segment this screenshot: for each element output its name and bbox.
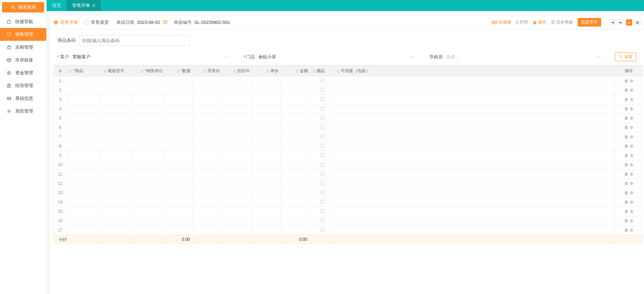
add-row-icon[interactable]: ⊕	[630, 172, 633, 177]
cell-retail-price[interactable]	[193, 76, 222, 86]
cell-retail-price[interactable]	[193, 123, 222, 132]
col-amount[interactable]: ▲▼金额	[281, 66, 310, 76]
shortcut-link[interactable]: ⌨ 快捷键	[491, 19, 511, 25]
delete-row-icon[interactable]: 🗑	[624, 88, 628, 93]
list-view-button[interactable]: ≡	[626, 19, 632, 26]
cell-gift[interactable]	[310, 104, 335, 114]
checkbox-icon[interactable]	[320, 200, 325, 204]
cell-spec[interactable]	[102, 104, 131, 114]
cell-price[interactable]	[252, 86, 281, 95]
customer-filter[interactable]: *客户 零散客户 ⋯	[58, 54, 230, 60]
add-row-icon[interactable]: ⊕	[630, 134, 633, 139]
add-row-icon[interactable]: ⊕	[630, 78, 633, 83]
cell-product[interactable]	[67, 198, 102, 207]
ellipsis-icon[interactable]: ⋯	[224, 54, 230, 60]
cell-qty[interactable]	[165, 86, 193, 95]
cell-discount[interactable]	[222, 198, 252, 207]
checkbox-icon[interactable]	[320, 162, 325, 167]
cell-gift[interactable]	[310, 142, 335, 151]
cell-price[interactable]	[252, 151, 281, 160]
delete-row-icon[interactable]: 🗑	[624, 116, 628, 121]
cell-spec[interactable]	[102, 216, 131, 226]
cell-amount[interactable]	[281, 132, 310, 142]
cell-amount[interactable]	[281, 95, 310, 104]
cell-gift[interactable]	[310, 207, 335, 216]
print-link[interactable]: ⎙ 打印	[516, 19, 528, 25]
cell-price[interactable]	[252, 188, 281, 198]
cell-amount[interactable]	[281, 188, 310, 198]
cell-unit[interactable]	[131, 104, 165, 114]
cell-unit[interactable]	[131, 226, 165, 235]
add-row-icon[interactable]: ⊕	[630, 106, 633, 111]
col-gift[interactable]: ▲▼赠品	[310, 66, 335, 76]
cell-gift[interactable]	[310, 76, 335, 86]
delete-row-icon[interactable]: 🗑	[624, 78, 628, 83]
cell-price[interactable]	[252, 123, 281, 132]
cell-amount[interactable]	[281, 86, 310, 95]
cell-qty[interactable]	[165, 104, 193, 114]
add-row-icon[interactable]: ⊕	[630, 162, 633, 167]
sidebar-item-system[interactable]: 系统管理	[0, 105, 46, 117]
cell-unit[interactable]	[131, 160, 165, 170]
add-row-icon[interactable]: ⊕	[630, 125, 633, 130]
checkbox-icon[interactable]	[320, 134, 325, 139]
grid-view-button[interactable]: ▦	[634, 19, 641, 26]
cell-retail-price[interactable]	[193, 142, 222, 151]
checkbox-icon[interactable]	[320, 153, 325, 157]
delete-row-icon[interactable]: 🗑	[624, 218, 628, 223]
cell-gift[interactable]	[310, 198, 335, 207]
sidebar-item-business[interactable]: 经营管理	[0, 79, 46, 92]
add-row-icon[interactable]: ⊕	[630, 228, 633, 233]
add-row-icon[interactable]: ⊕	[630, 200, 633, 205]
sidebar-item-purchase[interactable]: 采购管理	[0, 41, 46, 54]
checkbox-icon[interactable]	[320, 218, 325, 222]
cell-gift[interactable]	[310, 179, 335, 188]
cell-price[interactable]	[252, 198, 281, 207]
sidebar-item-basic[interactable]: 基础信息	[0, 92, 46, 105]
radio-retail-return[interactable]: 零售退货	[84, 19, 109, 26]
ellipsis-icon[interactable]: ⋯	[410, 54, 415, 60]
cell-amount[interactable]	[281, 104, 310, 114]
cell-price[interactable]	[252, 170, 281, 179]
cell-qty[interactable]	[165, 132, 193, 142]
cell-qty[interactable]	[165, 198, 193, 207]
table-row[interactable]: 3🗑⊕	[54, 95, 643, 104]
table-row[interactable]: 10🗑⊕	[54, 160, 643, 170]
table-row[interactable]: 11🗑⊕	[54, 170, 643, 179]
table-row[interactable]: 15🗑⊕	[54, 207, 643, 216]
cell-retail-price[interactable]	[193, 151, 222, 160]
cell-qty[interactable]	[165, 123, 193, 132]
cell-qty[interactable]	[165, 160, 193, 170]
table-row[interactable]: 8🗑⊕	[54, 142, 643, 151]
checkbox-icon[interactable]	[320, 88, 325, 92]
delete-row-icon[interactable]: 🗑	[624, 134, 628, 139]
cell-qty[interactable]	[165, 142, 193, 151]
radio-retail-order[interactable]: 零售开单	[54, 19, 78, 26]
cell-spec[interactable]	[102, 76, 131, 86]
checkbox-icon[interactable]	[320, 228, 325, 232]
cell-price[interactable]	[252, 160, 281, 170]
store-filter[interactable]: *门店 余杭小库 ⋯	[243, 54, 415, 60]
cell-product[interactable]	[67, 114, 102, 123]
cell-discount[interactable]	[222, 207, 252, 216]
add-row-icon[interactable]: ⊕	[630, 144, 633, 149]
cell-discount[interactable]	[222, 104, 252, 114]
delete-row-icon[interactable]: 🗑	[624, 190, 628, 195]
close-icon[interactable]: ✕	[92, 3, 95, 8]
cell-spec[interactable]	[102, 95, 131, 104]
cell-product[interactable]	[67, 104, 102, 114]
checkbox-icon[interactable]	[320, 78, 325, 83]
cell-retail-price[interactable]	[193, 188, 222, 198]
table-row[interactable]: 7🗑⊕	[54, 132, 643, 142]
cell-spec[interactable]	[102, 86, 131, 95]
cell-unit[interactable]	[131, 179, 165, 188]
cell-gift[interactable]	[310, 170, 335, 179]
cell-product[interactable]	[67, 123, 102, 132]
cell-discount[interactable]	[222, 170, 252, 179]
cell-qty[interactable]	[165, 76, 193, 86]
cell-product[interactable]	[67, 226, 102, 235]
cell-amount[interactable]	[281, 170, 310, 179]
checkbox-icon[interactable]	[320, 190, 325, 195]
cell-amount[interactable]	[281, 198, 310, 207]
cell-spec[interactable]	[102, 179, 131, 188]
